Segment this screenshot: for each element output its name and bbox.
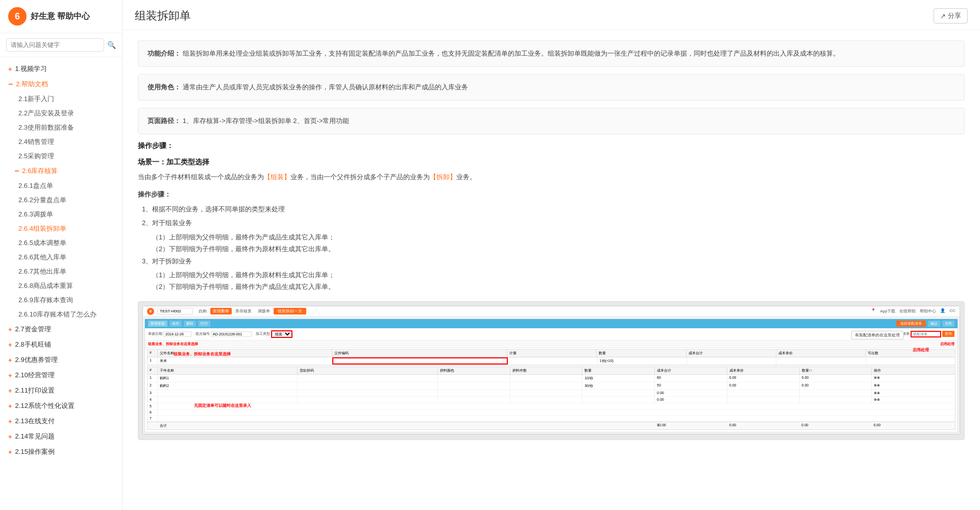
lth-color: 拼料颜色 bbox=[438, 367, 510, 374]
inner-tab-new[interactable]: 新增删单 bbox=[210, 308, 232, 314]
app-title: 好生意 帮助中心 bbox=[31, 11, 90, 22]
sidebar-item-coupon[interactable]: + 2.9优惠券管理 bbox=[0, 352, 122, 368]
inner-date-input[interactable] bbox=[163, 331, 191, 337]
expand-icon-210: + bbox=[8, 372, 12, 379]
inner-icon-pin: 📍 bbox=[871, 308, 876, 314]
main-content: 功能介绍： 组装拆卸单用来处理企业组装或拆卸等加工业务，支持有固定装配清单的产品… bbox=[122, 30, 980, 510]
inner-bom-search-btn[interactable]: 查询 bbox=[942, 331, 954, 337]
th-num: # bbox=[148, 350, 158, 357]
sidebar-item-personalize[interactable]: + 2.12系统个性化设置 bbox=[0, 398, 122, 414]
lth-cost-total: 成本合计 bbox=[655, 367, 727, 374]
inner-tab-transfer[interactable]: 调拨单 bbox=[255, 308, 273, 314]
inner-tab-assembly[interactable]: 组装拆卸一天 bbox=[274, 308, 306, 314]
sidebar: 6 好生意 帮助中心 🔍 + 1.视频学习 − 2.帮助文档 2.1新手入门 2… bbox=[0, 0, 122, 510]
lth-pieces: 拼料件数 bbox=[510, 367, 583, 374]
inner-text-helpcenter: 帮助中心 bbox=[920, 308, 936, 314]
screenshot-container: 6 自购 新增删单 库存核算 调拨单 组装拆卸一天 📍 App下载 在 bbox=[138, 301, 965, 440]
type-label: 加工类型 bbox=[256, 331, 270, 336]
operation-sub-title: 操作步骤： bbox=[138, 188, 965, 200]
inner-btn-close-doc[interactable]: 关闭 bbox=[942, 321, 954, 327]
sidebar-sub-item-newbie[interactable]: 2.1新手入门 bbox=[0, 92, 122, 106]
label-enable-action: 启用处理 bbox=[940, 342, 954, 347]
share-button[interactable]: ↗ 分享 bbox=[934, 8, 968, 23]
expand-icon-211: + bbox=[8, 387, 12, 395]
inner-company-input[interactable] bbox=[157, 308, 193, 314]
sidebar-sub-item-assembly[interactable]: 2.6.4组装拆卸单 bbox=[0, 222, 122, 236]
expand-icon-212: + bbox=[8, 402, 12, 410]
feature-intro-label: 功能介绍： bbox=[148, 50, 181, 57]
td-row1-cost-unit bbox=[776, 357, 866, 365]
td-row1-num: 1 bbox=[148, 357, 158, 365]
td-row1-unit bbox=[508, 357, 597, 365]
inner-field-type: 加工类型 组装 拆卸 bbox=[256, 330, 292, 338]
inner-btn-print[interactable]: 打印 bbox=[198, 321, 210, 327]
inner-bom-input[interactable] bbox=[911, 331, 941, 337]
sidebar-sub-item-stocktake[interactable]: 2.6.1盘点单 bbox=[0, 179, 122, 193]
sidebar-sub-item-install[interactable]: 2.2产品安装及登录 bbox=[0, 106, 122, 120]
sidebar-sub-item-cost-recalc[interactable]: 2.6.8商品成本重算 bbox=[0, 279, 122, 293]
scene1-desc: 当由多个子件材料组装成一个成品的业务为【组装】业务，当由一个父件拆分成多个子产品… bbox=[138, 171, 965, 183]
inner-lower-table: # 子件名称 货款拆码 拼料颜色 拼料件数 数量 成本合计 成本单价 数量↑↑ bbox=[147, 367, 955, 430]
sidebar-sub-item-ledger-fix[interactable]: 2.6.10库存账本错了怎么办 bbox=[0, 307, 122, 322]
lower-table-row3: 3 0.00 ⊕⊗ bbox=[148, 390, 955, 397]
sidebar-item-fund-mgmt[interactable]: + 2.7资金管理 bbox=[0, 322, 122, 337]
upper-table-row1: 1 米米 1份(≈10) bbox=[148, 357, 955, 365]
inner-type-select[interactable]: 组装 拆卸 bbox=[271, 330, 292, 338]
lth-cost-unit2: 成本单价 bbox=[727, 367, 800, 374]
annotation-has-bom: 有装配清单的在这里处理 bbox=[851, 331, 903, 339]
search-button[interactable]: 🔍 bbox=[107, 41, 116, 49]
inner-tab-home[interactable]: 自购 bbox=[196, 308, 209, 314]
sidebar-item-mobile[interactable]: + 2.8手机旺铺 bbox=[0, 337, 122, 352]
expand-icon-1: + bbox=[8, 65, 12, 73]
inner-tab-inventory[interactable]: 库存核算 bbox=[233, 308, 254, 314]
expand-icon-28: + bbox=[8, 341, 12, 349]
feature-intro-text: 组装拆卸单用来处理企业组装或拆卸等加工业务，支持有固定装配清单的产品加工业务，也… bbox=[183, 50, 840, 57]
inner-text-help: 在线帮助 bbox=[899, 308, 916, 314]
sidebar-sub-item-other-in[interactable]: 2.6.6其他入库单 bbox=[0, 250, 122, 264]
step3-sub1: （1）上部明细为父件明细，最终作为原材料生成其它出库单； bbox=[152, 269, 965, 281]
search-input[interactable] bbox=[6, 38, 104, 52]
lower-table-row5: 5 bbox=[148, 403, 955, 409]
step2-sub1: （1）上部明细为父件明细，最终作为产成品生成其它入库单； bbox=[152, 231, 965, 243]
th-unit: 计量 bbox=[507, 350, 597, 357]
sidebar-nav: + 1.视频学习 − 2.帮助文档 2.1新手入门 2.2产品安装及登录 2.3… bbox=[0, 57, 122, 510]
sidebar-sub-item-portion-stocktake[interactable]: 2.6.2分量盘点单 bbox=[0, 193, 122, 207]
inner-btn-submit[interactable]: 选择装配清单 bbox=[896, 321, 926, 327]
main-header: 组装拆卸单 ↗ 分享 bbox=[122, 0, 980, 30]
sidebar-item-inventory[interactable]: − 2.6库存核算 bbox=[0, 163, 122, 179]
inner-batch-input[interactable] bbox=[211, 331, 252, 337]
lth-child-code: 货款拆码 bbox=[298, 367, 437, 374]
user-role-label: 使用角色： bbox=[148, 83, 181, 91]
inner-btn-save[interactable]: 保存 bbox=[169, 321, 182, 327]
inner-document-toolbar: 新增单据 保存 删除 打印 选择装配清单 确认 关闭 bbox=[145, 319, 958, 328]
sidebar-sub-item-transfer[interactable]: 2.6.3调拨单 bbox=[0, 207, 122, 222]
sidebar-sub-item-data-prep[interactable]: 2.3使用前数据准备 bbox=[0, 120, 122, 135]
sidebar-sub-item-purchase[interactable]: 2.5采购管理 bbox=[0, 149, 122, 163]
sidebar-item-print[interactable]: + 2.11打印设置 bbox=[0, 383, 122, 398]
lth-qty: 数量 bbox=[582, 367, 655, 374]
step2-sub2: （2）下部明细为子件明细，最终作为原材料生成其它出库单。 bbox=[152, 243, 965, 255]
inner-btn-delete[interactable]: 删除 bbox=[184, 321, 196, 327]
sidebar-item-operation-mgmt[interactable]: + 2.10经营管理 bbox=[0, 368, 122, 383]
user-role-text: 通常由生产人员或库管人员完成拆装业务的操作，库管人员确认原材料的出库和产成品的入… bbox=[183, 83, 468, 91]
lower-table-row1: 1 购料1 10/份 60 0.00 0.00 ⊕⊗ bbox=[148, 375, 955, 382]
inner-text-cc: CC bbox=[949, 308, 955, 314]
step1: 1、根据不同的业务，选择不同单据的类型来处理 bbox=[142, 203, 965, 215]
sidebar-sub-item-cost-adjust[interactable]: 2.6.5成本调整单 bbox=[0, 236, 122, 250]
td-row1-cost-total bbox=[687, 357, 776, 365]
sidebar-item-help-docs[interactable]: − 2.帮助文档 bbox=[0, 77, 122, 92]
sidebar-item-video-learning[interactable]: + 1.视频学习 bbox=[0, 61, 122, 77]
sidebar-item-faq[interactable]: + 2.14常见问题 bbox=[0, 429, 122, 444]
sidebar-item-cases[interactable]: + 2.15操作案例 bbox=[0, 444, 122, 459]
sidebar-sub-item-ledger-query[interactable]: 2.6.9库存账本查询 bbox=[0, 293, 122, 307]
operation-steps-section: 操作步骤： 场景一：加工类型选择 当由多个子件材料组装成一个成品的业务为【组装】… bbox=[138, 141, 965, 293]
sidebar-sub-item-other-out[interactable]: 2.6.7其他出库单 bbox=[0, 264, 122, 279]
sidebar-sub-item-sales[interactable]: 2.4销售管理 bbox=[0, 135, 122, 149]
inner-content-area: 新增单据 保存 删除 打印 选择装配清单 确认 关闭 bbox=[143, 317, 960, 434]
lth-ops: 操作 bbox=[872, 367, 955, 374]
sidebar-item-online-payment[interactable]: + 2.13在线支付 bbox=[0, 414, 122, 429]
step3-title: 3、对于拆卸业务 bbox=[142, 255, 965, 267]
sidebar-search-area: 🔍 bbox=[0, 33, 122, 57]
inner-btn-new-doc[interactable]: 新增单据 bbox=[148, 321, 167, 327]
inner-btn-confirm[interactable]: 确认 bbox=[928, 321, 940, 327]
